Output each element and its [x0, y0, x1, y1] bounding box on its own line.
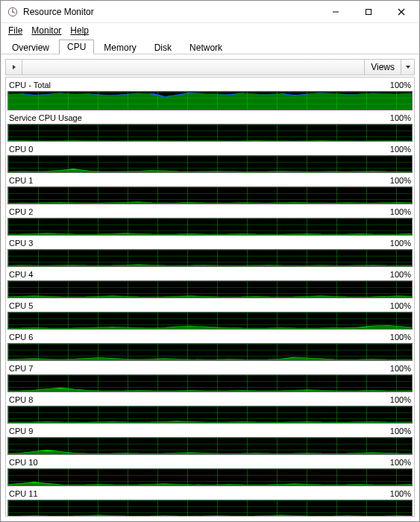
graph-row: CPU 4100% — [7, 268, 413, 298]
menubar: File Monitor Help — [1, 23, 419, 38]
graph-row: CPU 2100% — [7, 206, 413, 236]
graph-row: CPU 11100% — [7, 488, 413, 517]
graph-canvas — [7, 437, 413, 455]
tab-cpu[interactable]: CPU — [59, 40, 94, 54]
window-controls — [319, 1, 418, 22]
expand-pane-button[interactable] — [6, 60, 22, 75]
svg-rect-2 — [366, 9, 372, 14]
tab-overview[interactable]: Overview — [4, 40, 57, 54]
graph-canvas — [7, 468, 413, 486]
tab-network[interactable]: Network — [181, 40, 231, 54]
graph-title: CPU 4 — [9, 270, 33, 279]
views-dropdown-button[interactable] — [401, 60, 414, 75]
graph-title: CPU 9 — [9, 427, 33, 435]
graph-row: Service CPU Usage100% — [7, 112, 413, 142]
graph-scale: 100% — [390, 270, 411, 279]
titlebar: Resource Monitor — [1, 1, 419, 23]
app-icon — [7, 6, 19, 18]
tab-memory[interactable]: Memory — [95, 40, 144, 54]
graph-row: CPU 5100% — [7, 300, 413, 330]
menu-help[interactable]: Help — [67, 24, 92, 37]
graph-header: CPU 10100% — [7, 456, 413, 468]
graph-row: CPU - Total100% — [7, 79, 413, 110]
graph-title: CPU 7 — [9, 364, 33, 373]
graph-header: CPU 11100% — [7, 488, 413, 500]
minimize-button[interactable] — [319, 1, 352, 22]
graph-header: CPU 2100% — [7, 206, 413, 218]
graph-header: Service CPU Usage100% — [7, 112, 413, 124]
graph-title: CPU 10 — [9, 458, 38, 467]
graph-title: CPU 1 — [9, 176, 33, 185]
graph-title: CPU 11 — [9, 489, 38, 498]
graph-row: CPU 8100% — [7, 394, 413, 424]
tab-disk[interactable]: Disk — [146, 40, 180, 54]
graph-scale: 100% — [390, 239, 411, 248]
graph-canvas — [7, 374, 413, 392]
graph-scale: 100% — [390, 176, 411, 185]
graph-scale: 100% — [390, 113, 411, 122]
graph-canvas — [7, 218, 413, 236]
graph-title: CPU 3 — [9, 239, 33, 248]
pane-toolbar: Views — [5, 59, 415, 75]
graph-scale: 100% — [390, 207, 411, 216]
graph-row: CPU 0100% — [7, 143, 413, 173]
maximize-button[interactable] — [352, 1, 385, 22]
graph-title: CPU 0 — [9, 145, 33, 154]
graph-scale: 100% — [390, 427, 411, 435]
graph-scale: 100% — [390, 489, 411, 498]
graph-scale: 100% — [390, 364, 411, 373]
graph-header: CPU 6100% — [7, 331, 413, 343]
graph-title: CPU 8 — [9, 395, 33, 404]
graph-header: CPU - Total100% — [7, 79, 413, 91]
graph-row: CPU 3100% — [7, 237, 413, 267]
views-button[interactable]: Views — [364, 60, 401, 75]
graph-row: CPU 1100% — [7, 174, 413, 204]
close-button[interactable] — [385, 1, 418, 22]
graph-scale: 100% — [390, 81, 411, 89]
graph-title: CPU 5 — [9, 301, 33, 310]
graph-row: CPU 9100% — [7, 425, 413, 455]
graph-canvas — [7, 406, 413, 424]
graph-canvas — [7, 500, 413, 517]
graph-canvas — [7, 91, 413, 110]
graph-scale: 100% — [390, 301, 411, 310]
graph-title: CPU 6 — [9, 333, 33, 342]
graph-scale: 100% — [390, 395, 411, 404]
graph-header: CPU 4100% — [7, 268, 413, 280]
graph-canvas — [7, 186, 413, 204]
graph-title: Service CPU Usage — [9, 113, 82, 122]
graph-header: CPU 9100% — [7, 425, 413, 437]
menu-file[interactable]: File — [5, 24, 25, 37]
svg-point-1 — [12, 11, 13, 13]
graph-canvas — [7, 343, 413, 361]
graph-scale: 100% — [390, 458, 411, 467]
graph-title: CPU - Total — [9, 81, 51, 89]
graph-scale: 100% — [390, 145, 411, 154]
graph-header: CPU 3100% — [7, 237, 413, 249]
graph-header: CPU 0100% — [7, 143, 413, 155]
window-title: Resource Monitor — [23, 7, 319, 17]
graph-row: CPU 10100% — [7, 456, 413, 486]
graph-canvas — [7, 249, 413, 267]
graph-scale: 100% — [390, 333, 411, 342]
menu-monitor[interactable]: Monitor — [28, 24, 64, 37]
graph-row: CPU 7100% — [7, 362, 413, 392]
graph-header: CPU 7100% — [7, 362, 413, 374]
graph-canvas — [7, 155, 413, 173]
tabbar: Overview CPU Memory Disk Network — [1, 38, 419, 54]
graph-header: CPU 5100% — [7, 300, 413, 312]
graph-canvas — [7, 124, 413, 142]
graph-pane[interactable]: CPU - Total100%Service CPU Usage100%CPU … — [5, 77, 415, 517]
graph-title: CPU 2 — [9, 207, 33, 216]
graph-header: CPU 1100% — [7, 174, 413, 186]
graph-row: CPU 6100% — [7, 331, 413, 361]
graph-canvas — [7, 280, 413, 298]
graph-header: CPU 8100% — [7, 394, 413, 406]
graph-canvas — [7, 312, 413, 330]
